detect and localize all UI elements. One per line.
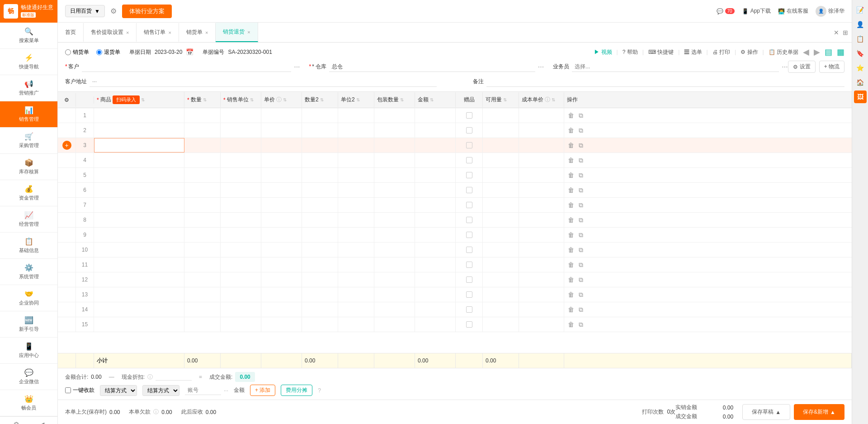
delete-icon[interactable]: 🗑 [568, 246, 574, 253]
row1-gift[interactable] [456, 108, 483, 123]
delete-icon[interactable]: 🗑 [568, 216, 574, 224]
delete-icon[interactable]: 🗑 [568, 231, 574, 238]
row1-pkgqty[interactable] [374, 108, 415, 123]
warehouse-input[interactable] [329, 62, 535, 72]
sidebar-item-search[interactable]: 🔍 搜索菜单 [0, 23, 57, 49]
sidebar-item-marketing[interactable]: 📢 营销推广 [0, 75, 57, 101]
rp-note-icon[interactable]: 📝 [854, 4, 867, 16]
row7-product[interactable] [94, 198, 184, 212]
tab-sales-return-close[interactable]: × [247, 29, 250, 35]
message-btn[interactable]: 💬 70 [717, 8, 735, 14]
calendar-icon[interactable]: 📅 [186, 48, 193, 56]
row1-amount[interactable] [415, 108, 456, 123]
operations-btn[interactable]: ⚙ 操作 [741, 48, 758, 56]
copy-icon[interactable]: ⧉ [579, 127, 583, 134]
copy-icon[interactable]: ⧉ [579, 112, 583, 119]
copy-icon[interactable]: ⧉ [579, 216, 583, 224]
sidebar-item-inventory[interactable]: 📦 库存核算 [0, 154, 57, 180]
customer-input[interactable] [82, 62, 292, 72]
history-btn[interactable]: 📋 历史单据 [769, 48, 798, 56]
history-next-icon[interactable]: ▶ [814, 47, 820, 57]
delete-icon[interactable]: 🗑 [568, 306, 574, 313]
sidebar-item-wechat[interactable]: 💬 企业微信 [0, 364, 57, 390]
tab-price-settings-close[interactable]: × [126, 30, 129, 35]
remark-input[interactable] [486, 76, 844, 87]
delete-icon[interactable]: 🗑 [568, 186, 574, 194]
sidebar-item-operation[interactable]: 📈 经营管理 [0, 206, 57, 233]
row12-product[interactable] [94, 272, 184, 287]
sidebar-item-shortcut[interactable]: ⚡ 快捷导航 [0, 49, 57, 75]
copy-icon[interactable]: ⧉ [579, 291, 583, 299]
discount-info-icon[interactable]: ⓘ [147, 373, 153, 381]
rp-user-icon[interactable]: 👤 [854, 18, 867, 31]
help-btn[interactable]: ? 帮助 [623, 48, 638, 56]
sidebar-item-basic[interactable]: 📋 基础信息 [0, 233, 57, 259]
row3-product[interactable] [94, 138, 184, 152]
row10-product[interactable] [94, 243, 184, 257]
account-input[interactable] [185, 386, 221, 395]
rp-home-icon[interactable]: 🏠 [854, 76, 867, 89]
tab-sales-order-close[interactable]: × [168, 30, 171, 35]
tab-sales-delivery-close[interactable]: × [205, 30, 208, 35]
copy-icon[interactable]: ⧉ [579, 201, 583, 209]
account-dots[interactable]: ··· [224, 387, 228, 394]
payment-method-select[interactable]: 结算方式 [100, 385, 137, 396]
row1-product[interactable] [94, 108, 184, 123]
list-view-icon[interactable]: ▤ [825, 47, 832, 57]
copy-icon[interactable]: ⧉ [579, 142, 583, 149]
sort-cost-icon[interactable]: ⇅ [552, 97, 555, 102]
add-payment-btn[interactable]: + 添加 [250, 385, 275, 396]
online-service-btn[interactable]: 👨‍💻 在线客服 [778, 7, 808, 15]
history-prev-icon[interactable]: ◀ [803, 47, 809, 57]
user-info[interactable]: 👤 徐泽华 [816, 6, 844, 17]
row2-product[interactable] [94, 123, 184, 138]
col-header-settings[interactable]: ⚙ [58, 93, 76, 107]
trial-btn[interactable]: 体验行业方案 [122, 5, 172, 18]
grid-view-icon[interactable]: ▦ [837, 47, 844, 57]
row2-qty[interactable] [184, 123, 221, 138]
rp-list-icon[interactable]: 📋 [854, 33, 867, 45]
app-download-btn[interactable]: 📱 App下载 [742, 7, 771, 15]
sidebar-item-guide[interactable]: 🆕 新手引导 [0, 311, 57, 338]
tab-sales-order[interactable]: 销售订单 × [137, 23, 179, 42]
row1-qty[interactable] [184, 108, 221, 123]
copy-icon[interactable]: ⧉ [579, 172, 583, 179]
rp-star-icon[interactable]: ⭐ [854, 62, 867, 74]
copy-icon[interactable]: ⧉ [579, 276, 583, 284]
save-new-btn[interactable]: 保存&新增 ▲ [794, 404, 844, 420]
customer-dots-btn[interactable]: ··· [294, 63, 300, 71]
salesperson-dots-btn[interactable]: ··· [782, 63, 788, 71]
row2-unit[interactable] [221, 123, 261, 138]
row11-product[interactable] [94, 257, 184, 272]
row6-product[interactable] [94, 183, 184, 197]
settings-icon[interactable]: ⚙ [110, 7, 117, 15]
row8-product[interactable] [94, 213, 184, 227]
delete-icon[interactable]: 🗑 [568, 157, 574, 164]
rp-image-icon[interactable]: 🖼 [854, 91, 867, 103]
delete-icon[interactable]: 🗑 [568, 142, 574, 149]
tab-sales-delivery[interactable]: 销货单 × [179, 23, 216, 42]
row1-unit2[interactable] [338, 108, 374, 123]
cost-split-info-icon[interactable]: ? [318, 387, 321, 394]
column-settings-icon[interactable]: ⚙ [64, 97, 69, 103]
sidebar-settings-btn[interactable]: ⚙ [13, 420, 19, 424]
shortcut-btn[interactable]: ⌨ 快捷键 [648, 48, 674, 56]
discount-input[interactable] [156, 374, 192, 381]
copy-icon[interactable]: ⧉ [579, 261, 583, 269]
radio-return[interactable]: 退货单 [96, 48, 120, 56]
warehouse-dots-btn[interactable]: ··· [538, 63, 544, 71]
sort-icon[interactable]: ⇅ [141, 97, 145, 102]
print-btn[interactable]: 🖨 打印 [712, 48, 730, 56]
sidebar-item-system[interactable]: ⚙️ 系统管理 [0, 259, 57, 285]
cost-info-icon[interactable]: ⓘ [545, 96, 550, 104]
one-key-pay-checkbox[interactable]: 一键收款 [65, 386, 94, 394]
delete-icon[interactable]: 🗑 [568, 321, 574, 328]
sidebar-item-finance[interactable]: 💰 资金管理 [0, 180, 57, 206]
row1-price[interactable] [261, 108, 302, 123]
settings-btn[interactable]: ⚙ 设置 [788, 61, 816, 73]
row1-unit[interactable] [221, 108, 261, 123]
tab-price-settings[interactable]: 售价提取设置 × [84, 23, 137, 42]
video-help-btn[interactable]: ▶ 视频 [594, 48, 612, 56]
salesperson-input[interactable] [572, 62, 779, 72]
delete-icon[interactable]: 🗑 [568, 276, 574, 283]
